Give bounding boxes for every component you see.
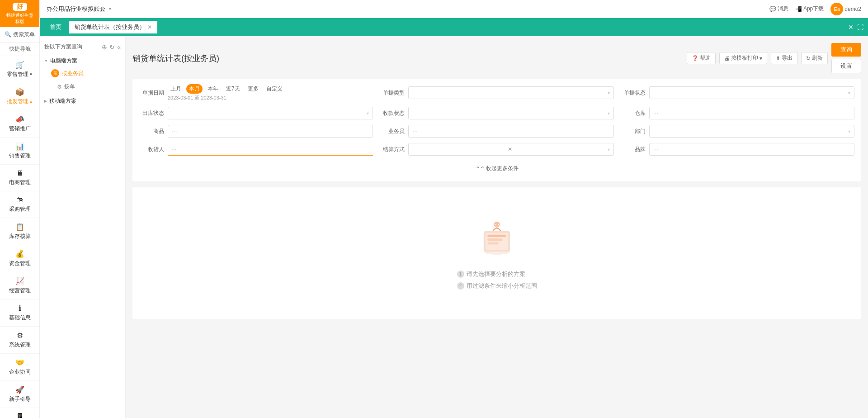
ecommerce-icon: 🖥 [16, 169, 24, 177]
settle-clear-btn[interactable]: ✕ [508, 146, 512, 152]
empty-tip-2-text: 用过滤条件来缩小分析范围 [467, 280, 537, 292]
sidebar-item-purchase[interactable]: 🛍 采购管理 [0, 191, 39, 218]
pc-group-label: 电脑端方案 [50, 57, 77, 65]
close-window-icon[interactable]: ✕ [848, 24, 854, 31]
date-tab-this-year[interactable]: 本年 [205, 84, 221, 94]
quick-nav[interactable]: 快捷导航 [0, 43, 39, 56]
date-tab-last-month[interactable]: 上月 [168, 84, 184, 94]
panel-item-by-order-label: 按单 [64, 83, 75, 90]
left-panel: 按以下方案查询 ⊕ ↻ « ▼ 电脑端方案 员 按业务员 ⚙ 按 [40, 36, 126, 418]
purchase-icon: 🛍 [16, 196, 24, 204]
panel-header-icons: ⊕ ↻ « [102, 43, 121, 51]
search-menu[interactable]: 🔍 搜索菜单 [0, 27, 39, 43]
panel-add-btn[interactable]: ⊕ [102, 43, 107, 51]
date-tab-this-month[interactable]: 本月 [186, 84, 203, 94]
print-label: 按模板打印 [731, 54, 758, 62]
sidebar-item-retail[interactable]: 🛒 零售管理 ▼ [0, 56, 39, 83]
sidebar-item-newuser[interactable]: 🚀 新手引导 [0, 381, 39, 408]
brand-input[interactable]: ··· [649, 143, 854, 156]
maximize-icon[interactable]: ⛶ [857, 24, 863, 31]
payment-status-input[interactable]: ▾ [408, 107, 613, 119]
app-logo: 好 畅捷通好生意 标版 [0, 0, 40, 27]
filter-row-1: 单据日期 上月 本月 本年 近7天 更多 自定义 2023-03-01 至 20… [139, 84, 854, 101]
topbar-dropdown-icon[interactable]: ▾ [109, 6, 111, 11]
filter-doc-status: 单据状态 ▾ [621, 86, 854, 99]
sidebar-item-enterprise[interactable]: 🤝 企业协同 [0, 354, 39, 381]
doc-type-input[interactable]: ▾ [408, 86, 613, 99]
query-btn[interactable]: 查询 [831, 43, 861, 57]
sidebar-item-sales[interactable]: 📊 销售管理 [0, 138, 39, 165]
message-btn[interactable]: 💬 消息 [769, 5, 788, 13]
collapse-row: ⌃⌃ 收起更多条件 [139, 161, 854, 176]
dept-input[interactable]: ▾ [649, 125, 854, 138]
empty-tip-1: 1 请先选择要分析的方案 [457, 268, 537, 280]
date-tab-more[interactable]: 更多 [245, 84, 261, 94]
sidebar-item-marketing[interactable]: 📣 营销推广 [0, 110, 39, 138]
sidebar-item-operations[interactable]: 📈 经营管理 [0, 272, 39, 299]
date-tabs: 上月 本月 本年 近7天 更多 自定义 [168, 84, 285, 94]
mobile-group: ▶ 移动端方案 [40, 95, 125, 107]
filter-brand: 品牌 ··· [621, 143, 854, 156]
sidebar-item-wholesale[interactable]: 📦 批发管理 ▲ [0, 83, 39, 110]
tabbar: 首页 销货单统计表（按业务员） ✕ ✕ ⛶ [40, 18, 868, 36]
pc-group-title[interactable]: ▼ 电脑端方案 [40, 55, 125, 66]
goods-input[interactable]: ··· [168, 125, 373, 138]
user-menu[interactable]: Ea demo2 [830, 3, 861, 15]
panel-item-by-order[interactable]: ⚙ 按单 [40, 80, 125, 93]
basic-icon: ℹ [19, 304, 21, 313]
refresh-icon: ↻ [806, 55, 811, 62]
sidebar-item-basic[interactable]: ℹ 基础信息 [0, 299, 39, 327]
download-btn[interactable]: 📲 App下载 [795, 5, 824, 13]
out-status-input[interactable]: ▾ [168, 107, 373, 119]
sidebar-item-system[interactable]: ⚙ 系统管理 [0, 327, 39, 354]
staff-input[interactable]: ··· [408, 125, 613, 138]
topbar-right: 💬 消息 📲 App下载 Ea demo2 [769, 3, 861, 15]
tab-sales-stat[interactable]: 销货单统计表（按业务员） ✕ [69, 21, 157, 33]
collapse-btn[interactable]: ⌃⌃ 收起更多条件 [471, 163, 523, 174]
doc-status-input[interactable]: ▾ [649, 86, 854, 99]
svg-rect-3 [487, 235, 506, 237]
export-btn[interactable]: ⬆ 导出 [771, 52, 797, 64]
help-icon: ❓ [692, 55, 698, 62]
payment-status-label: 收款状态 [380, 109, 405, 117]
inventory-icon: 📋 [15, 223, 24, 231]
date-tab-custom[interactable]: 自定义 [264, 84, 285, 94]
payment-status-arrow-icon: ▾ [608, 111, 610, 116]
filter-date: 单据日期 上月 本月 本年 近7天 更多 自定义 2023-03-01 至 20… [139, 84, 373, 101]
help-btn[interactable]: ❓ 帮助 [687, 52, 716, 64]
print-btn[interactable]: 🖨 按模板打印 ▾ [719, 52, 767, 64]
tab-close-btn[interactable]: ✕ [147, 24, 152, 30]
message-label: 消息 [778, 5, 788, 13]
mobile-group-title[interactable]: ▶ 移动端方案 [40, 95, 125, 107]
warehouse-input[interactable]: ··· [649, 107, 854, 119]
empty-illustration [474, 214, 519, 259]
panel-item-by-staff[interactable]: 员 按业务员 [40, 66, 125, 80]
page-actions: ❓ 帮助 🖨 按模板打印 ▾ ⬆ 导出 ↻ 刷新 [687, 43, 861, 73]
dept-label: 部门 [621, 128, 646, 135]
empty-state: 1 请先选择要分析的方案 2 用过滤条件来缩小分析范围 [132, 187, 861, 319]
collapse-up-icon: ⌃⌃ [476, 166, 485, 172]
refresh-btn[interactable]: ↻ 刷新 [801, 52, 828, 64]
goods-label: 商品 [139, 128, 164, 135]
date-range: 2023-03-01 至 2023-03-31 [168, 95, 285, 101]
settings-btn[interactable]: 设置 [831, 59, 861, 73]
tab-home[interactable]: 首页 [44, 21, 67, 33]
sidebar-item-inventory[interactable]: 📋 库存核算 [0, 218, 39, 245]
panel-collapse-btn[interactable]: « [117, 43, 121, 51]
sidebar-item-ecommerce[interactable]: 🖥 电商管理 [0, 165, 39, 191]
by-order-icon: ⚙ [57, 84, 62, 90]
wholesale-icon: 📦 [15, 88, 24, 96]
sidebar-item-finance[interactable]: 💰 资金管理 [0, 245, 39, 272]
print-dropdown-icon[interactable]: ▾ [760, 55, 762, 62]
filter-receiver: 收货人 ··· [139, 143, 373, 156]
date-tab-last7[interactable]: 近7天 [223, 84, 243, 94]
settle-input[interactable]: ✕ ▾ [408, 143, 613, 156]
right-content: 销货单统计表(按业务员) ❓ 帮助 🖨 按模板打印 ▾ ⬆ 导出 [126, 36, 868, 418]
panel-refresh-btn[interactable]: ↻ [109, 43, 115, 51]
receiver-input[interactable]: ··· [168, 143, 373, 156]
newuser-icon: 🚀 [15, 385, 24, 394]
topbar: 办公用品行业模拟账套 ▾ 💬 消息 📲 App下载 Ea demo2 [40, 0, 868, 18]
marketing-icon: 📣 [15, 115, 24, 124]
sidebar-item-appstore[interactable]: 📱 应用中心 [0, 408, 39, 418]
filter-goods: 商品 ··· [139, 125, 373, 138]
